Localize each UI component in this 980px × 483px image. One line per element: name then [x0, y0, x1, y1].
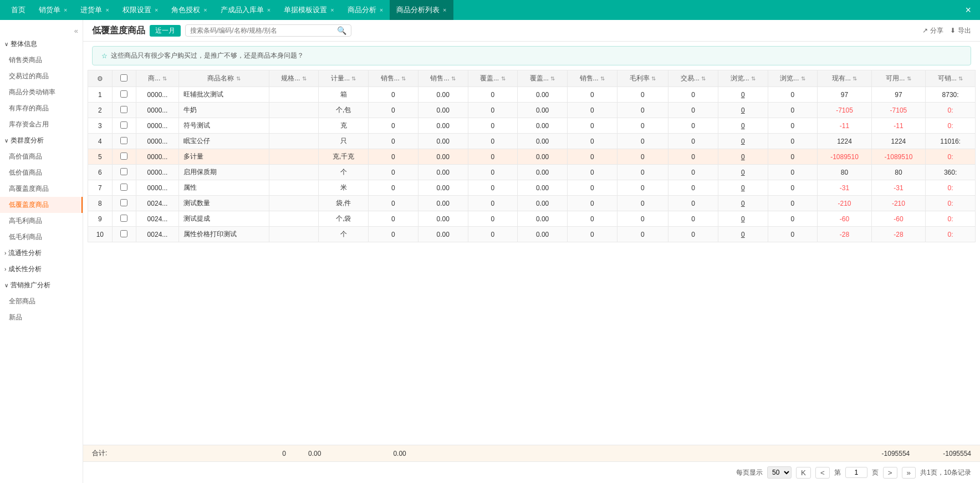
col-sellable[interactable]: 可销... ⇅: [926, 70, 976, 87]
close-icon[interactable]: ×: [203, 7, 207, 13]
search-input[interactable]: [190, 27, 337, 34]
row-select-checkbox[interactable]: [120, 168, 127, 175]
next-page-button[interactable]: >: [883, 467, 897, 479]
col-unit[interactable]: 计量... ⇅: [319, 70, 369, 87]
nav-tab-inventory[interactable]: 产成品入库单 ×: [214, 0, 277, 20]
sidebar-item-high-value[interactable]: 高价值商品: [0, 149, 83, 165]
row-trans: 0: [668, 134, 718, 149]
per-page-select[interactable]: 50: [767, 466, 792, 479]
row-select-checkbox[interactable]: [120, 230, 127, 237]
col-spec[interactable]: 规格... ⇅: [269, 70, 319, 87]
close-icon[interactable]: ×: [380, 7, 383, 13]
table-row: 3 0000... 符号测试 克 0 0.00 0 0.00 0 0 0 0 0…: [88, 118, 976, 134]
sidebar-item-high-profit[interactable]: 高毛利商品: [0, 213, 83, 229]
sidebar-section-cluster[interactable]: ∨ 类群度分析: [0, 133, 83, 149]
row-checkbox[interactable]: [112, 103, 136, 118]
export-button[interactable]: ⬇ 导出: [950, 26, 971, 35]
nav-tab-analysis[interactable]: 商品分析 ×: [341, 0, 390, 20]
row-select-checkbox[interactable]: [120, 121, 127, 129]
row-browse1[interactable]: 0: [718, 211, 768, 227]
close-icon[interactable]: ×: [64, 7, 67, 13]
sidebar-item-all-goods[interactable]: 全部商品: [0, 293, 83, 309]
share-button[interactable]: ↗ 分享: [922, 26, 943, 35]
sidebar-item-new-goods[interactable]: 新品: [0, 309, 83, 326]
close-icon[interactable]: ×: [330, 7, 334, 13]
col-coverage1[interactable]: 覆盖... ⇅: [468, 70, 518, 87]
date-filter-button[interactable]: 近一月: [150, 25, 181, 37]
col-browse2[interactable]: 浏览... ⇅: [768, 70, 818, 87]
col-gross-margin[interactable]: 毛利率 ⇅: [617, 70, 668, 87]
sidebar-item-low-profit[interactable]: 低毛利商品: [0, 229, 83, 245]
row-checkbox[interactable]: [112, 165, 136, 180]
sidebar-section-growth[interactable]: › 成长性分析: [0, 261, 83, 277]
col-settings[interactable]: ⚙: [88, 70, 113, 87]
nav-tab-sales[interactable]: 销货单 ×: [32, 0, 74, 20]
row-browse1[interactable]: 0: [718, 118, 768, 134]
first-page-button[interactable]: K: [796, 467, 811, 479]
row-trans: 0: [668, 87, 718, 103]
col-sales-qty[interactable]: 销售... ⇅: [369, 70, 418, 87]
sidebar-item-traded-goods[interactable]: 交易过的商品: [0, 68, 83, 84]
row-checkbox[interactable]: [112, 149, 136, 165]
row-select-checkbox[interactable]: [120, 90, 127, 98]
sidebar-section-overall[interactable]: ∨ 整体信息: [0, 36, 83, 52]
row-select-checkbox[interactable]: [120, 152, 127, 160]
sidebar-item-low-coverage[interactable]: 低覆盖度商品: [0, 197, 83, 213]
col-available[interactable]: 可用... ⇅: [871, 70, 925, 87]
col-browse1[interactable]: 浏览... ⇅: [718, 70, 768, 87]
row-select-checkbox[interactable]: [120, 215, 127, 222]
row-checkbox[interactable]: [112, 211, 136, 227]
nav-tab-permissions[interactable]: 权限设置 ×: [116, 0, 165, 20]
col-coverage2[interactable]: 覆盖... ⇅: [518, 70, 568, 87]
close-icon[interactable]: ×: [105, 7, 109, 13]
col-name[interactable]: 商品名称 ⇅: [179, 70, 269, 87]
close-icon[interactable]: ×: [155, 7, 158, 13]
row-checkbox[interactable]: [112, 196, 136, 211]
window-close-button[interactable]: ×: [961, 4, 976, 16]
col-sales-amt[interactable]: 销售... ⇅: [418, 70, 468, 87]
sidebar-item-low-value[interactable]: 低价值商品: [0, 165, 83, 181]
col-code[interactable]: 商... ⇅: [136, 70, 178, 87]
sidebar-item-inventory-goods[interactable]: 有库存的商品: [0, 100, 83, 116]
col-transaction[interactable]: 交易... ⇅: [668, 70, 718, 87]
row-browse1[interactable]: 0: [718, 134, 768, 149]
nav-tab-analysis-list[interactable]: 商品分析列表 ×: [390, 0, 453, 20]
sidebar-collapse-button[interactable]: «: [74, 27, 78, 35]
sidebar-section-marketing[interactable]: ∨ 营销推广分析: [0, 277, 83, 293]
row-sales-amt: 0.00: [418, 196, 468, 211]
row-select-checkbox[interactable]: [120, 106, 127, 113]
nav-tab-roles[interactable]: 角色授权 ×: [165, 0, 213, 20]
nav-tab-home[interactable]: 首页: [4, 0, 32, 20]
row-browse1[interactable]: 0: [718, 180, 768, 196]
row-select-checkbox[interactable]: [120, 184, 127, 191]
row-browse1[interactable]: 0: [718, 149, 768, 165]
nav-tab-template[interactable]: 单据模板设置 ×: [277, 0, 340, 20]
sidebar-item-sales-goods[interactable]: 销售类商品: [0, 52, 83, 68]
prev-page-button[interactable]: <: [815, 467, 830, 479]
row-browse1[interactable]: 0: [718, 87, 768, 103]
row-checkbox[interactable]: [112, 118, 136, 134]
row-checkbox[interactable]: [112, 134, 136, 149]
row-browse1[interactable]: 0: [718, 165, 768, 180]
row-select-checkbox[interactable]: [120, 137, 127, 144]
page-input[interactable]: [845, 467, 867, 478]
row-checkbox[interactable]: [112, 227, 136, 242]
row-browse1[interactable]: 0: [718, 227, 768, 242]
sidebar-item-high-coverage[interactable]: 高覆盖度商品: [0, 181, 83, 197]
select-all-checkbox[interactable]: [120, 74, 127, 82]
close-icon[interactable]: ×: [443, 7, 446, 13]
row-checkbox[interactable]: [112, 87, 136, 103]
sidebar-item-inventory-fund[interactable]: 库存资金占用: [0, 116, 83, 133]
row-trans: 0: [668, 227, 718, 242]
close-icon[interactable]: ×: [267, 7, 270, 13]
last-page-button[interactable]: »: [902, 467, 916, 479]
row-browse1[interactable]: 0: [718, 196, 768, 211]
col-sales3[interactable]: 销售... ⇅: [567, 70, 617, 87]
sidebar-section-liquidity[interactable]: › 流通性分析: [0, 245, 83, 261]
row-browse1[interactable]: 0: [718, 103, 768, 118]
nav-tab-purchase[interactable]: 进货单 ×: [74, 0, 115, 20]
row-checkbox[interactable]: [112, 180, 136, 196]
col-current[interactable]: 现有... ⇅: [818, 70, 871, 87]
sidebar-item-category-rate[interactable]: 商品分类动销率: [0, 84, 83, 100]
row-select-checkbox[interactable]: [120, 199, 127, 206]
